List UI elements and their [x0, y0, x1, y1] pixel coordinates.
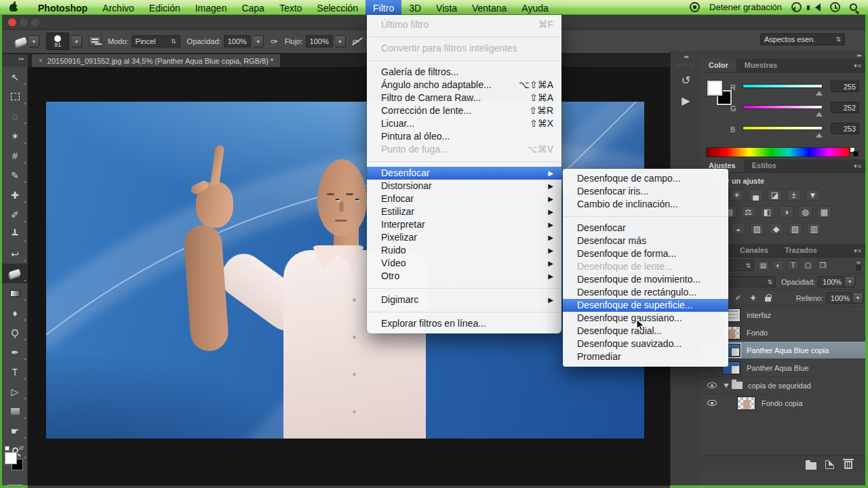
filter-menu-item-vídeo[interactable]: Vídeo▶ — [367, 257, 561, 270]
lock-move-icon[interactable]: ✚ — [748, 293, 758, 303]
stop-recording-label[interactable]: Detener grabación — [709, 2, 782, 12]
layers-tab-canales[interactable]: Canales — [732, 243, 776, 257]
lasso-tool[interactable]: ◌ — [2, 106, 28, 126]
minimize-window-button[interactable] — [20, 18, 28, 26]
menubar-item-filtro[interactable]: Filtro — [366, 0, 401, 15]
toolbar-collapse-button[interactable]: ▸▸ — [2, 54, 28, 67]
brush-panel-toggle[interactable] — [89, 36, 101, 47]
opacity-caret[interactable]: ▼ — [254, 35, 264, 47]
channel-r-slider[interactable] — [743, 84, 823, 88]
clone-stamp-tool[interactable]: ┻ — [2, 224, 28, 244]
filter-menu-item-explorar-filtros-en-línea[interactable]: Explorar filtros en línea... — [367, 317, 561, 330]
history-menu-icon[interactable] — [791, 2, 802, 12]
adjustments-panel-menu-icon[interactable] — [854, 163, 862, 169]
channel-b-slider[interactable] — [743, 126, 823, 130]
channel-slider-thumb[interactable] — [816, 129, 823, 138]
menubar-item-photoshop[interactable]: Photoshop — [31, 0, 95, 15]
menubar-item-ayuda[interactable]: Ayuda — [514, 0, 555, 15]
shape-tool[interactable] — [2, 401, 28, 421]
filter-menu-item-otro[interactable]: Otro▶ — [367, 270, 561, 283]
vibrance-icon[interactable]: ▼ — [806, 189, 820, 201]
filter-menu-item-filtro-de-camera-raw[interactable]: Filtro de Camera Raw...⇧⌘A — [367, 92, 561, 104]
brush-picker[interactable]: 91 ▼ — [46, 33, 82, 50]
workspace-select[interactable]: Aspectos esen.⇅ — [760, 33, 845, 45]
new-group-button[interactable] — [806, 462, 816, 470]
volume-icon[interactable] — [811, 3, 821, 12]
flow-field[interactable]: 100% — [306, 35, 333, 47]
crop-tool[interactable]: # — [2, 146, 28, 165]
channel-mixer-icon[interactable]: ◍ — [798, 206, 812, 218]
invert-icon[interactable]: ◒ — [731, 223, 745, 235]
menubar-item-3d[interactable]: 3D — [401, 0, 429, 15]
color-lookup-icon[interactable]: ▦ — [817, 206, 831, 218]
filter-menu-item-galería-de-filtros[interactable]: Galería de filtros... — [367, 66, 561, 79]
gradient-tool[interactable] — [2, 283, 28, 303]
magic-wand-tool[interactable]: ✶ — [2, 126, 28, 146]
filter-menu-item-desenfocar[interactable]: Desenfocar▶ — [367, 167, 561, 180]
apple-menu-icon[interactable] — [9, 3, 18, 12]
filter-menu-item-pintura-al-óleo[interactable]: Pintura al óleo... — [367, 130, 561, 143]
blur-submenu-item-desenfoque-radial[interactable]: Desenfoque radial... — [563, 325, 728, 338]
gradient-map-icon[interactable]: ▥ — [807, 223, 821, 235]
eye-icon[interactable] — [707, 400, 717, 406]
layers-panel-menu-icon[interactable] — [854, 247, 862, 254]
new-layer-button[interactable] — [825, 460, 834, 469]
eye-icon[interactable] — [707, 382, 717, 388]
posterize-icon[interactable]: ▨ — [750, 223, 764, 235]
pressure-opacity-icon[interactable]: ✑ — [271, 37, 278, 47]
foreground-swatch[interactable] — [707, 81, 722, 96]
group-disclosure-icon[interactable] — [724, 384, 729, 390]
color-spectrum-ramp[interactable] — [706, 147, 850, 157]
filter-menu-item-interpretar[interactable]: Interpretar▶ — [367, 218, 561, 231]
black-white-icon[interactable]: ◧ — [760, 206, 774, 218]
blur-submenu-item-desenfoque-de-campo[interactable]: Desenfoque de campo... — [563, 172, 728, 185]
blur-submenu-item-desenfoque-suavizado[interactable]: Desenfoque suavizado... — [563, 338, 728, 350]
lock-all-icon[interactable] — [763, 293, 773, 303]
menubar-item-texto[interactable]: Texto — [272, 0, 309, 15]
filter-menu-item-digimarc[interactable]: Digimarc▶ — [367, 293, 561, 306]
eyedropper-tool[interactable]: ✎ — [2, 165, 28, 185]
channel-slider-thumb[interactable] — [816, 87, 823, 96]
options-bar-grip[interactable] — [4, 33, 10, 50]
blur-submenu-item-cambio-de-inclinación[interactable]: Cambio de inclinación... — [563, 198, 728, 211]
menubar-item-archivo[interactable]: Archivo — [95, 0, 142, 15]
path-select-tool[interactable]: ▷ — [2, 382, 28, 401]
delete-layer-button[interactable] — [844, 461, 852, 469]
opacity-field[interactable]: 100% — [224, 35, 251, 47]
stop-recording-icon[interactable] — [690, 2, 700, 12]
history-brush-tool[interactable]: ↩ — [2, 244, 28, 264]
blur-submenu-item-promediar[interactable]: Promediar — [563, 350, 728, 363]
menubar-item-imagen[interactable]: Imagen — [188, 0, 235, 15]
document-tab[interactable]: × 20150916_091552.jpg al 34,5% (Panther … — [32, 54, 280, 67]
move-tool[interactable]: ↖ — [2, 67, 28, 87]
channel-r-value[interactable]: 255 — [831, 81, 859, 92]
shape-filter-icon[interactable]: ▢ — [802, 260, 814, 270]
curves-icon[interactable]: ◪ — [768, 189, 782, 201]
zoom-window-button[interactable] — [31, 18, 39, 26]
type-filter-icon[interactable]: T — [787, 260, 799, 270]
airbrush-icon[interactable]: ✑ — [353, 37, 360, 47]
filter-menu-item-distorsionar[interactable]: Distorsionar▶ — [367, 180, 561, 192]
channel-b-value[interactable]: 253 — [831, 123, 859, 134]
blur-tool[interactable]: ♦ — [2, 303, 28, 323]
layer-opacity-caret[interactable]: ▼ — [845, 276, 855, 287]
channel-slider-thumb[interactable] — [816, 108, 823, 117]
filter-menu-item-pixelizar[interactable]: Pixelizar▶ — [367, 231, 561, 244]
channel-g-slider[interactable] — [743, 105, 823, 109]
dodge-tool[interactable]: Ϙ — [2, 323, 28, 342]
filter-menu-item-estilizar[interactable]: Estilizar▶ — [367, 205, 561, 218]
blur-submenu-item-desenfoque-de-forma[interactable]: Desenfoque de forma... — [563, 247, 728, 260]
levels-icon[interactable]: ▄ — [749, 189, 763, 201]
color-swatches[interactable]: ⇄ — [5, 452, 25, 472]
lock-paint-icon[interactable]: ✐ — [733, 293, 743, 303]
spotlight-search-icon[interactable] — [850, 3, 857, 11]
filter-menu-item-enfocar[interactable]: Enfocar▶ — [367, 192, 561, 205]
blur-submenu-item-desenfoque-de-movimiento[interactable]: Desenfoque de movimiento... — [563, 273, 728, 286]
blur-submenu-item-desenfocar-más[interactable]: Desenfocar más — [563, 235, 728, 247]
actions-panel-icon[interactable]: ▶ — [671, 90, 701, 110]
channel-g-value[interactable]: 252 — [831, 102, 859, 113]
clock-icon[interactable] — [830, 2, 840, 12]
quick-mask-button[interactable] — [7, 485, 23, 488]
layer-row-fondo-copia[interactable]: Fondo copia — [701, 394, 865, 412]
blur-submenu-item-desenfocar-iris[interactable]: Desenfocar iris... — [563, 185, 728, 198]
